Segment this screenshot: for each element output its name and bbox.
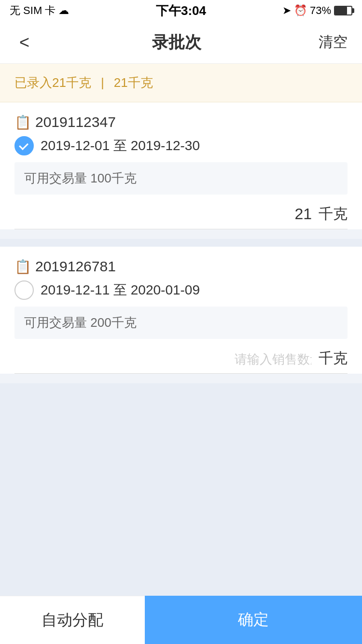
location-icon: ➤ <box>282 4 291 17</box>
batch-1-available-qty: 可用交易量 100千克 <box>14 162 348 195</box>
status-bar: 无 SIM 卡 ☁ 下午3:04 ➤ ⏰ 73% <box>0 0 362 21</box>
clear-button[interactable]: 清空 <box>319 32 348 52</box>
batch-1-qty-unit: 千克 <box>319 204 348 224</box>
back-button[interactable]: < <box>14 28 34 57</box>
status-right: ➤ ⏰ 73% <box>282 4 352 17</box>
batch-1-doc-icon: 📋 <box>14 114 31 130</box>
batch-2-qty-row: 千克 <box>0 339 362 368</box>
battery-icon <box>334 6 352 15</box>
summary-divider: | <box>101 75 104 90</box>
nav-bar: < 录批次 清空 <box>0 21 362 64</box>
confirm-button[interactable]: 确定 <box>145 596 362 644</box>
batch-1-qty-input[interactable] <box>235 205 312 223</box>
batch-2-qty-unit: 千克 <box>319 349 348 368</box>
batch-2-radio[interactable] <box>14 280 34 300</box>
batch-1-radio[interactable] <box>14 136 34 155</box>
batch-2-date: 2019-12-11 至 2020-01-09 <box>41 281 200 299</box>
bottom-bar: 自动分配 确定 <box>0 596 362 644</box>
batch-item-1: 📋 2019112347 2019-12-01 至 2019-12-30 可用交… <box>0 102 362 229</box>
batch-2-date-row[interactable]: 2019-12-11 至 2020-01-09 <box>14 280 348 300</box>
batch-1-date-row[interactable]: 2019-12-01 至 2019-12-30 <box>14 136 348 155</box>
auto-distribute-button[interactable]: 自动分配 <box>0 596 145 644</box>
batch-1-qty-row: 千克 <box>0 195 362 224</box>
batch-2-id-row: 📋 2019126781 <box>14 258 348 275</box>
summary-bar: 已录入21千克 | 21千克 <box>0 64 362 102</box>
batch-2-available-qty: 可用交易量 200千克 <box>14 307 348 339</box>
batch-1-id-row: 📋 2019112347 <box>14 114 348 130</box>
status-time: 下午3:04 <box>156 2 206 19</box>
batch-item-2: 📋 2019126781 2019-12-11 至 2020-01-09 可用交… <box>0 247 362 374</box>
batch-1-underline <box>14 229 348 229</box>
page-title: 录批次 <box>152 31 201 54</box>
batch-1-id: 2019112347 <box>35 114 116 130</box>
batch-2-doc-icon: 📋 <box>14 259 31 275</box>
empty-space <box>0 383 362 605</box>
status-left: 无 SIM 卡 ☁ <box>10 3 69 18</box>
summary-value-text: 21千克 <box>114 74 153 91</box>
summary-recorded-text: 已录入21千克 <box>14 74 91 91</box>
alarm-icon: ⏰ <box>294 4 307 17</box>
no-sim-text: 无 SIM 卡 ☁ <box>10 3 69 18</box>
batch-2-qty-input[interactable] <box>235 350 312 367</box>
batch-2-id: 2019126781 <box>35 258 116 275</box>
section-divider-1 <box>0 239 362 247</box>
batch-2-underline <box>14 373 348 374</box>
battery-text: 73% <box>310 4 331 17</box>
batch-1-date: 2019-12-01 至 2019-12-30 <box>41 137 200 155</box>
